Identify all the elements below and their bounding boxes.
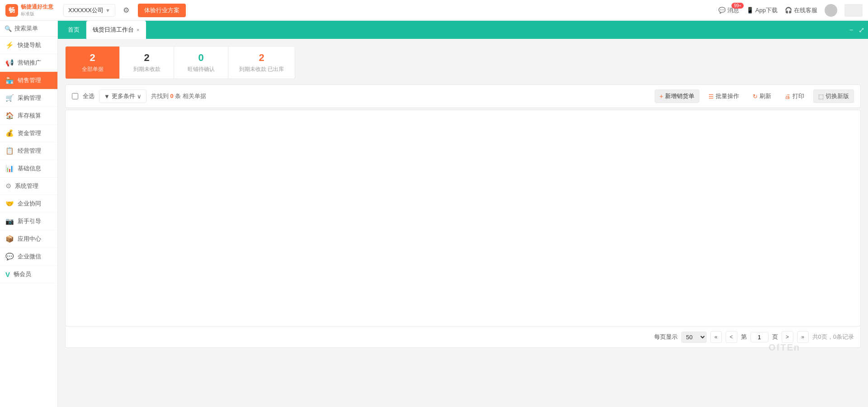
guide-icon: 📷 <box>5 217 14 225</box>
message-action[interactable]: 💬 消息 99+ <box>718 6 739 14</box>
company-selector[interactable]: XXXXXX公司 ▼ <box>63 4 115 17</box>
enterprise-icon: 🤝 <box>5 200 14 208</box>
last-page-button[interactable]: » <box>797 331 809 343</box>
select-all-checkbox[interactable] <box>72 93 78 99</box>
settings-icon[interactable]: ⚙ <box>119 3 133 18</box>
sidebar-label-marketing: 营销推广 <box>18 59 41 67</box>
sidebar-item-member[interactable]: V 畅会员 <box>0 266 57 283</box>
sidebar-item-basics[interactable]: 📊 基础信息 <box>0 160 57 178</box>
experience-button[interactable]: 体验行业方案 <box>138 4 186 17</box>
print-label: 打印 <box>793 92 804 100</box>
main-content: 2 全部单据 2 到期未收款 0 旺铺待确认 2 到期未收款 已出库 全选 ▼ … <box>58 39 868 407</box>
found-text: 共找到 0 条 相关单据 <box>151 92 206 100</box>
switch-icon: ⬚ <box>818 93 824 100</box>
stats-count-pending: 0 <box>185 52 217 64</box>
sidebar-item-wechat[interactable]: 💬 企业微信 <box>0 248 57 266</box>
batch-action-button[interactable]: ☰ 批量操作 <box>704 90 744 103</box>
stats-count-shipped: 2 <box>239 52 284 64</box>
user-name-placeholder <box>844 4 863 17</box>
nav-tabs: 首页 钱货日清工作台 × － ⤢ <box>58 21 868 39</box>
online-service-action[interactable]: 🎧 在线客服 <box>785 6 817 14</box>
stats-count-all: 2 <box>76 52 108 64</box>
sidebar-label-wechat: 企业微信 <box>18 253 41 261</box>
company-name: XXXXXX公司 <box>68 6 104 14</box>
stats-tabs: 2 全部单据 2 到期未收款 0 旺铺待确认 2 到期未收款 已出库 <box>65 46 295 79</box>
sidebar-item-operations[interactable]: 📋 经营管理 <box>0 142 57 160</box>
sidebar-item-appstore[interactable]: 📦 应用中心 <box>0 230 57 248</box>
top-header: 畅 畅捷通好生意 标准版 XXXXXX公司 ▼ ⚙ 体验行业方案 💬 消息 99… <box>0 0 868 21</box>
inventory-icon: 🏠 <box>5 112 14 120</box>
sidebar-label-inventory: 库存核算 <box>18 112 41 120</box>
logo-icon: 畅 <box>5 4 18 17</box>
nav-tab-home[interactable]: 首页 <box>61 21 86 39</box>
search-menu[interactable]: 🔍 搜索菜单 <box>0 21 57 37</box>
more-filters-button[interactable]: ▼ 更多条件 ∨ <box>99 89 146 103</box>
per-page-select[interactable]: 50 100 200 <box>681 332 707 343</box>
stats-label-shipped: 到期未收款 已出库 <box>239 65 284 73</box>
toolbar-right: + 新增销货单 ☰ 批量操作 ↻ 刷新 🖨 打印 ⬚ 切换新版 <box>655 89 854 103</box>
print-button[interactable]: 🖨 打印 <box>780 90 809 103</box>
sidebar: 🔍 搜索菜单 ⚡ 快捷导航 📢 营销推广 🏪 销售管理 🛒 采购管理 🏠 库存核… <box>0 0 58 407</box>
nav-tabs-right: － ⤢ <box>848 25 864 35</box>
pagination: 每页显示 50 100 200 « < 第 页 > » 共0页，0条记录 <box>65 327 861 348</box>
sidebar-item-system[interactable]: ⚙ 系统管理 <box>0 178 57 195</box>
stats-tab-pending[interactable]: 0 旺铺待确认 <box>174 47 228 79</box>
expand-icon[interactable]: ⤢ <box>859 26 864 34</box>
online-service-label: 在线客服 <box>794 6 817 14</box>
select-all-label: 全选 <box>83 92 94 100</box>
sidebar-label-guide: 新手引导 <box>18 217 41 225</box>
sidebar-item-quick-nav[interactable]: ⚡ 快捷导航 <box>0 37 57 54</box>
chevron-filter-icon: ∨ <box>137 93 142 100</box>
sidebar-item-marketing[interactable]: 📢 营销推广 <box>0 54 57 72</box>
sidebar-label-member: 畅会员 <box>14 270 31 278</box>
member-icon: V <box>5 271 10 278</box>
switch-new-version-button[interactable]: ⬚ 切换新版 <box>813 89 854 103</box>
logo-area: 畅 畅捷通好生意 标准版 <box>5 3 63 17</box>
message-badge: 99+ <box>731 3 743 9</box>
sidebar-item-enterprise[interactable]: 🤝 企业协同 <box>0 195 57 213</box>
page-total: 共0页，0条记录 <box>812 333 854 341</box>
stats-label-all: 全部单据 <box>76 65 108 73</box>
sidebar-label-quick-nav: 快捷导航 <box>18 41 41 49</box>
sidebar-item-purchase[interactable]: 🛒 采购管理 <box>0 89 57 107</box>
stats-tab-shipped[interactable]: 2 到期未收款 已出库 <box>228 47 295 79</box>
close-tab-icon[interactable]: × <box>137 27 139 33</box>
new-sales-order-button[interactable]: + 新增销货单 <box>655 89 699 103</box>
switch-label: 切换新版 <box>826 92 849 100</box>
stats-label-pending: 旺铺待确认 <box>185 65 217 73</box>
batch-icon: ☰ <box>708 93 714 100</box>
page-label-suffix: 页 <box>772 333 778 341</box>
quick-nav-icon: ⚡ <box>5 41 14 49</box>
minimize-icon[interactable]: － <box>848 25 855 35</box>
nav-tab-active[interactable]: 钱货日清工作台 × <box>86 21 146 39</box>
download-icon: 📱 <box>746 7 754 14</box>
prev-page-button[interactable]: < <box>726 331 737 343</box>
logo-title: 畅捷通好生意 <box>21 3 53 11</box>
page-label-prefix: 第 <box>741 333 747 341</box>
app-download-action[interactable]: 📱 App下载 <box>746 6 778 14</box>
sidebar-item-sales[interactable]: 🏪 销售管理 <box>0 72 57 89</box>
purchase-icon: 🛒 <box>5 94 14 102</box>
sidebar-item-finance[interactable]: 💰 资金管理 <box>0 125 57 142</box>
sidebar-item-inventory[interactable]: 🏠 库存核算 <box>0 107 57 125</box>
wechat-icon: 💬 <box>5 253 14 261</box>
refresh-label: 刷新 <box>760 92 771 100</box>
avatar[interactable] <box>825 4 837 17</box>
stats-tab-overdue[interactable]: 2 到期未收款 <box>120 47 174 79</box>
stats-count-overdue: 2 <box>131 52 163 64</box>
next-page-button[interactable]: > <box>782 331 793 343</box>
page-number-input[interactable] <box>750 332 769 342</box>
appstore-icon: 📦 <box>5 235 14 243</box>
system-icon: ⚙ <box>5 182 11 190</box>
sidebar-item-guide[interactable]: 📷 新手引导 <box>0 213 57 230</box>
filter-label: 更多条件 <box>112 92 135 100</box>
stats-tab-all[interactable]: 2 全部单据 <box>66 47 120 79</box>
sales-icon: 🏪 <box>5 76 14 84</box>
first-page-button[interactable]: « <box>710 331 722 343</box>
toolbar: 全选 ▼ 更多条件 ∨ 共找到 0 条 相关单据 + 新增销货单 ☰ 批量操作 <box>65 84 861 108</box>
header-right: 💬 消息 99+ 📱 App下载 🎧 在线客服 <box>718 4 863 17</box>
content-area <box>65 110 861 327</box>
plus-icon: + <box>660 93 663 100</box>
sidebar-label-purchase: 采购管理 <box>18 94 41 102</box>
refresh-button[interactable]: ↻ 刷新 <box>748 90 776 103</box>
